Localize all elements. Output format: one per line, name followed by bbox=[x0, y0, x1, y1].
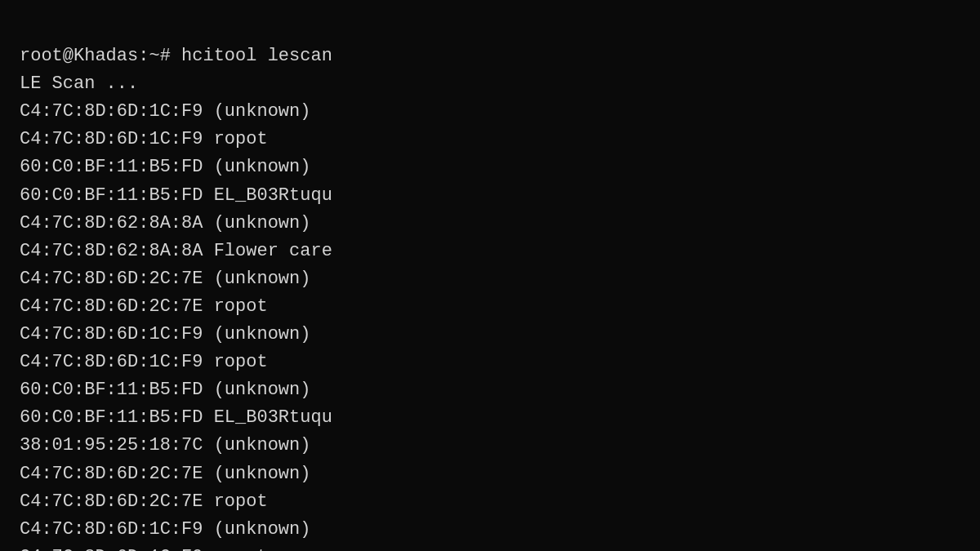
terminal-line: C4:7C:8D:6D:2C:7E ropot bbox=[20, 293, 960, 321]
terminal-line: C4:7C:8D:6D:1C:F9 (unknown) bbox=[20, 98, 960, 126]
terminal-line: C4:7C:8D:6D:2C:7E (unknown) bbox=[20, 265, 960, 293]
terminal-line: 60:C0:BF:11:B5:FD EL_B03Rtuqu bbox=[20, 182, 960, 210]
terminal-line: C4:7C:8D:6D:1C:F9 ropot bbox=[20, 349, 960, 376]
terminal-line: root@Khadas:~# hcitool lescan bbox=[20, 42, 960, 70]
terminal-window: root@Khadas:~# hcitool lescanLE Scan ...… bbox=[0, 0, 980, 551]
terminal-line: 38:01:95:25:18:7C (unknown) bbox=[20, 432, 960, 460]
terminal-line: C4:7C:8D:6D:1C:F9 ropot bbox=[20, 126, 960, 153]
terminal-line: 60:C0:BF:11:B5:FD (unknown) bbox=[20, 376, 960, 404]
terminal-line: C4:7C:8D:6D:2C:7E (unknown) bbox=[20, 460, 960, 488]
terminal-line: C4:7C:8D:62:8A:8A Flower care bbox=[20, 238, 960, 265]
terminal-line: LE Scan ... bbox=[20, 70, 960, 98]
terminal-line: C4:7C:8D:62:8A:8A (unknown) bbox=[20, 210, 960, 238]
terminal-line: 60:C0:BF:11:B5:FD (unknown) bbox=[20, 153, 960, 181]
terminal-line: C4:7C:8D:6D:2C:7E ropot bbox=[20, 488, 960, 516]
terminal-line: 60:C0:BF:11:B5:FD EL_B03Rtuqu bbox=[20, 404, 960, 432]
terminal-line: C4:7C:8D:6D:1C:F9 (unknown) bbox=[20, 516, 960, 544]
terminal-line: C4:7C:8D:6D:1C:F9 ropot bbox=[20, 544, 960, 551]
terminal-line: C4:7C:8D:6D:1C:F9 (unknown) bbox=[20, 321, 960, 349]
